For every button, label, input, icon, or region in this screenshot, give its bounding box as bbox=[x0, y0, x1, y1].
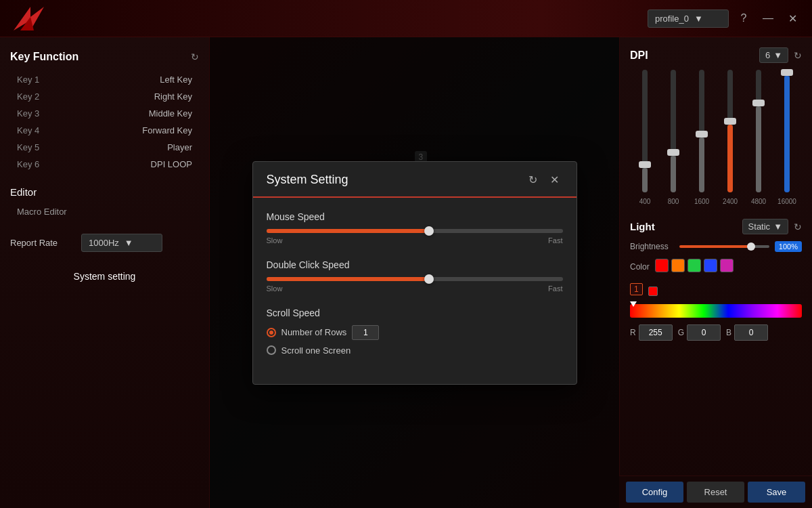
key-value-3: Middle Key bbox=[149, 108, 192, 119]
light-mode-select[interactable]: Static ▼ bbox=[742, 219, 788, 234]
key-function-section: Key Function ↻ bbox=[10, 51, 199, 63]
dpi-handle-4[interactable] bbox=[724, 118, 736, 125]
key-row-4[interactable]: Key 4 Forward Key bbox=[10, 122, 199, 139]
macro-editor-item[interactable]: Macro Editor bbox=[10, 203, 199, 220]
close-button[interactable]: ✕ bbox=[783, 9, 802, 28]
dpi-track-3[interactable] bbox=[699, 70, 704, 192]
green-input[interactable] bbox=[687, 324, 721, 341]
modal-refresh-button[interactable]: ↻ bbox=[525, 172, 541, 188]
key-row-2[interactable]: Key 2 Right Key bbox=[10, 88, 199, 105]
scroll-rows-input[interactable] bbox=[352, 325, 379, 340]
color-rainbow-bar[interactable] bbox=[630, 304, 802, 318]
top-bar: profile_0 ▼ ? — ✕ bbox=[0, 0, 812, 37]
system-setting-button[interactable]: System setting bbox=[10, 266, 199, 287]
dpi-handle-5[interactable] bbox=[752, 100, 765, 106]
key-function-refresh[interactable]: ↻ bbox=[191, 51, 199, 62]
dpi-track-5[interactable] bbox=[756, 70, 761, 192]
right-panel: DPI 6 ▼ ↻ 400 bbox=[619, 37, 812, 508]
dpi-label: DPI bbox=[630, 49, 648, 62]
blue-input[interactable] bbox=[734, 324, 768, 341]
active-color-num[interactable]: 1 bbox=[630, 283, 643, 295]
dpi-track-4[interactable] bbox=[727, 70, 733, 192]
key-value-1: Left Key bbox=[160, 75, 192, 85]
help-button[interactable]: ? bbox=[734, 9, 753, 28]
save-button[interactable]: Save bbox=[748, 482, 805, 503]
brightness-thumb[interactable] bbox=[747, 242, 755, 251]
color-swatch-4[interactable] bbox=[704, 259, 717, 272]
dpi-col-3: 1600 bbox=[690, 70, 713, 205]
key-name-5: Key 5 bbox=[17, 142, 39, 152]
light-mode-value: Static bbox=[748, 221, 771, 232]
profile-dropdown-icon: ▼ bbox=[694, 14, 703, 24]
scroll-screen-option[interactable]: Scroll one Screen bbox=[267, 345, 563, 356]
rgb-row: R G B bbox=[630, 324, 802, 341]
dpi-handle-6[interactable] bbox=[781, 69, 793, 76]
dpi-label-4: 2400 bbox=[723, 198, 738, 205]
dpi-count-select[interactable]: 6 ▼ bbox=[759, 47, 788, 63]
app-logo bbox=[10, 1, 58, 35]
rgb-red-channel: R bbox=[630, 324, 673, 341]
reset-button[interactable]: Reset bbox=[687, 482, 744, 503]
dpi-handle-1[interactable] bbox=[639, 161, 651, 168]
mouse-speed-thumb[interactable] bbox=[424, 226, 434, 236]
config-button[interactable]: Config bbox=[626, 482, 683, 503]
color-swatch-5[interactable] bbox=[720, 259, 734, 272]
scroll-speed-group: Scroll Speed Number of Rows Scroll one S… bbox=[267, 308, 563, 356]
report-rate-value: 1000Hz bbox=[89, 238, 119, 248]
color-swatch-2[interactable] bbox=[671, 259, 685, 272]
dpi-label-1: 400 bbox=[639, 198, 651, 205]
light-refresh-button[interactable]: ↻ bbox=[794, 221, 802, 232]
scroll-rows-radio[interactable] bbox=[267, 328, 276, 337]
dpi-handle-2[interactable] bbox=[667, 149, 679, 156]
key-row-5[interactable]: Key 5 Player bbox=[10, 139, 199, 156]
dpi-handle-3[interactable] bbox=[696, 131, 708, 137]
double-click-slider[interactable] bbox=[267, 277, 563, 281]
dpi-count-value: 6 bbox=[765, 50, 770, 60]
mouse-speed-group: Mouse Speed Slow Fast bbox=[267, 211, 563, 245]
active-color-preview bbox=[648, 287, 658, 296]
minimize-button[interactable]: — bbox=[759, 9, 777, 28]
dpi-col-2: 800 bbox=[662, 70, 685, 205]
dpi-label-2: 800 bbox=[668, 198, 679, 205]
dpi-col-6: 16000 bbox=[775, 70, 798, 205]
key-table: Key 1 Left Key Key 2 Right Key Key 3 Mid… bbox=[10, 71, 199, 173]
brightness-slider[interactable] bbox=[679, 245, 769, 248]
color-swatch-3[interactable] bbox=[687, 259, 701, 272]
dpi-fill-1 bbox=[642, 168, 648, 192]
key-value-2: Right Key bbox=[154, 91, 192, 102]
light-header-row: Light Static ▼ ↻ bbox=[630, 219, 802, 234]
dpi-track-6[interactable] bbox=[784, 70, 790, 192]
double-click-thumb[interactable] bbox=[424, 274, 434, 284]
double-click-group: Double Click Speed Slow Fast bbox=[267, 259, 563, 293]
red-input[interactable] bbox=[639, 324, 673, 341]
center-area: 3 1 D3 2 System Setting ↻ ✕ bbox=[210, 37, 619, 508]
main-layout: Key Function ↻ Key 1 Left Key Key 2 Righ… bbox=[0, 37, 812, 508]
modal-close-button[interactable]: ✕ bbox=[547, 172, 563, 188]
report-rate-select[interactable]: 1000Hz ▼ bbox=[81, 234, 162, 252]
key-name-2: Key 2 bbox=[17, 91, 39, 102]
dpi-track-2[interactable] bbox=[671, 70, 676, 192]
scroll-screen-radio[interactable] bbox=[267, 345, 276, 355]
editor-title: Editor bbox=[10, 186, 199, 198]
dpi-col-4: 2400 bbox=[719, 70, 742, 205]
dpi-header-row: DPI 6 ▼ ↻ bbox=[630, 47, 802, 63]
dpi-label-5: 4800 bbox=[751, 198, 766, 205]
key-row-1[interactable]: Key 1 Left Key bbox=[10, 71, 199, 88]
scroll-rows-label: Number of Rows bbox=[281, 327, 347, 337]
key-row-6[interactable]: Key 6 DPI LOOP bbox=[10, 156, 199, 173]
dpi-refresh-button[interactable]: ↻ bbox=[794, 50, 802, 61]
mouse-speed-fill bbox=[267, 229, 430, 233]
blue-label: B bbox=[726, 328, 731, 337]
key-row-3[interactable]: Key 3 Middle Key bbox=[10, 105, 199, 122]
color-swatch-1[interactable] bbox=[655, 259, 669, 272]
key-function-title: Key Function bbox=[10, 51, 78, 63]
profile-value: profile_0 bbox=[655, 14, 689, 24]
modal-overlay: System Setting ↻ ✕ Mouse Speed bbox=[210, 37, 619, 508]
dpi-track-1[interactable] bbox=[642, 70, 648, 192]
profile-selector[interactable]: profile_0 ▼ bbox=[648, 9, 729, 28]
mouse-speed-slider[interactable] bbox=[267, 229, 563, 233]
scroll-rows-option[interactable]: Number of Rows bbox=[267, 325, 563, 340]
double-click-fast: Fast bbox=[548, 284, 562, 293]
modal-header: System Setting ↻ ✕ bbox=[253, 162, 577, 198]
report-rate-row: Report Rate 1000Hz ▼ bbox=[10, 234, 199, 252]
